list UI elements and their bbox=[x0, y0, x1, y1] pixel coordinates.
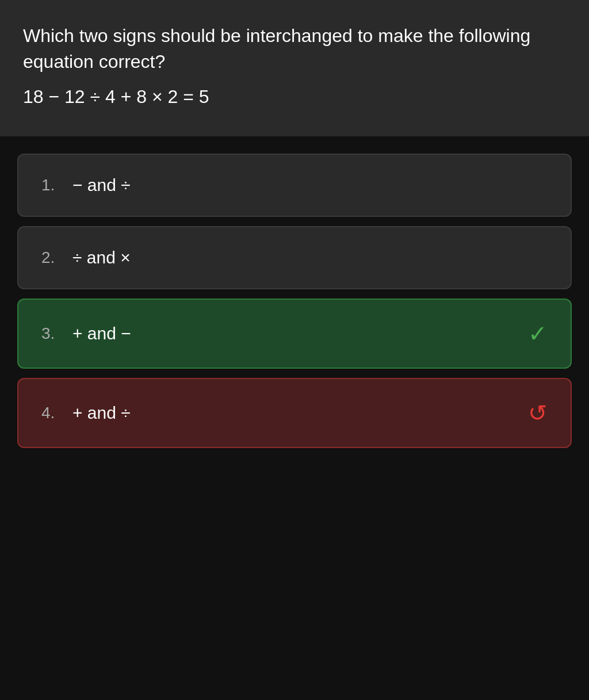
answer-option-1[interactable]: 1. − and ÷ bbox=[17, 154, 572, 217]
question-text: Which two signs should be interchanged t… bbox=[23, 23, 566, 75]
answer-text-3: + and − bbox=[72, 324, 131, 343]
answer-left-1: 1. − and ÷ bbox=[41, 175, 131, 195]
correct-icon: ✓ bbox=[528, 320, 548, 347]
answer-text-4: + and ÷ bbox=[72, 403, 131, 423]
answer-text-2: ÷ and × bbox=[72, 248, 131, 267]
answer-text-1: − and ÷ bbox=[72, 175, 131, 195]
answer-left-2: 2. ÷ and × bbox=[41, 248, 131, 267]
answer-option-4[interactable]: 4. + and ÷ ↺ bbox=[17, 378, 572, 448]
answer-option-2[interactable]: 2. ÷ and × bbox=[17, 226, 572, 289]
answer-number-2: 2. bbox=[41, 248, 59, 267]
answer-number-4: 4. bbox=[41, 404, 59, 422]
answer-left-4: 4. + and ÷ bbox=[41, 403, 131, 423]
question-section: Which two signs should be interchanged t… bbox=[0, 0, 589, 136]
answer-number-1: 1. bbox=[41, 176, 59, 194]
answer-option-3[interactable]: 3. + and − ✓ bbox=[17, 299, 572, 369]
retry-icon: ↺ bbox=[528, 400, 548, 426]
equation: 18 − 12 ÷ 4 + 8 × 2 = 5 bbox=[23, 86, 566, 108]
answers-section: 1. − and ÷ 2. ÷ and × 3. + and − ✓ 4. + … bbox=[0, 136, 589, 700]
answer-left-3: 3. + and − bbox=[41, 324, 131, 343]
answer-number-3: 3. bbox=[41, 324, 59, 343]
